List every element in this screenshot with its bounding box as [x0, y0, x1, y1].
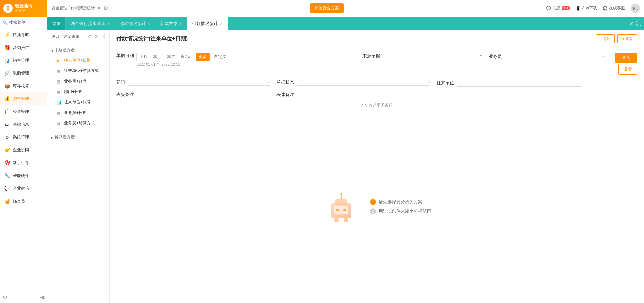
online-service-item[interactable]: 🎧 在线客服	[603, 5, 625, 11]
scheme-icon-6: ▦	[57, 121, 62, 126]
sidebar-item-fund[interactable]: 💰 资金管理	[0, 92, 47, 105]
scheme-icon-2: ▦	[57, 79, 62, 84]
sidebar-item-sales[interactable]: 📊 销售管理	[0, 54, 47, 67]
chevron-down-icon: ▾	[51, 48, 53, 53]
scheme-unit-payment[interactable]: ▦ 往来单位+结算方式	[47, 66, 109, 76]
date-opt-custom[interactable]: 自定义	[211, 53, 229, 61]
messages-item[interactable]: 💬 消息 99+	[546, 5, 570, 11]
sidebar-item-operation[interactable]: 📋 经营管理	[0, 105, 47, 118]
topbar-settings-icon[interactable]: ▾	[98, 5, 100, 11]
tabbar-actions: ✕ ⛶	[626, 21, 644, 27]
filter-row-1: 单据日期 上月 本月 本年 近7天 更多 自定义 2022-01-01 至 20…	[116, 53, 637, 75]
body-note-input[interactable]	[297, 91, 430, 98]
date-options: 上月 本月 本年 近7天 更多 自定义	[137, 53, 229, 61]
topbar-gear-icon[interactable]: ⚙	[103, 5, 108, 11]
date-range: 2022-01-01 至 2022-12-31	[137, 62, 229, 67]
tab-close-cash-flow[interactable]: ✕	[107, 22, 110, 26]
scheme-unit-date[interactable]: ● 往来单位+日期	[47, 55, 109, 66]
sidebar-item-member[interactable]: 👑 畅会员	[0, 195, 47, 208]
staff-dots[interactable]: ···	[602, 54, 608, 60]
refresh-btn[interactable]: ↻ 刷新	[617, 34, 637, 43]
date-opt-this-month[interactable]: 本月	[150, 53, 164, 61]
sidebar-item-purchase[interactable]: 🛒 采购管理	[0, 67, 47, 80]
sidebar-item-quick-nav[interactable]: ⚡ 快捷导航	[0, 28, 47, 41]
collapse-left-panel-icon[interactable]: 《	[100, 34, 105, 40]
partner-dots[interactable]: ···	[584, 80, 590, 86]
date-opt-more[interactable]: 更多	[196, 53, 210, 61]
source-select[interactable]: ▾	[383, 53, 482, 59]
date-opt-this-year[interactable]: 本年	[164, 53, 178, 61]
sidebar-search[interactable]: 🔍 搜索菜单	[0, 17, 47, 28]
filter-row-2: 部门 ▾ 单据状态 ▾ 往来单位	[116, 79, 637, 87]
trial-btn[interactable]: 体验行业方案	[310, 3, 344, 13]
export-btn[interactable]: ↑ 导出	[596, 34, 615, 43]
tab-payment-stats[interactable]: 付款情况统计 ✕	[187, 17, 228, 30]
date-opt-7days[interactable]: 近7天	[178, 53, 194, 61]
doc-status-select[interactable]: ▾	[297, 79, 430, 86]
page-header-actions: ↑ 导出 ↻ 刷新	[596, 34, 637, 43]
scheme-icon-5: ▦	[57, 111, 62, 115]
manage-scheme-icon[interactable]: ⚙	[94, 34, 98, 39]
settings-btn[interactable]: 设置	[618, 64, 637, 75]
tab-close-all-icon[interactable]: ✕	[629, 21, 633, 27]
tab-receipt-stats[interactable]: 收款情况统计 ✕	[115, 17, 155, 30]
left-panel: 按以下方案查询 ⊕ ⚙ 《 ▾ 电脑端方案 ● 往来单位+日期 ▦	[47, 30, 110, 303]
sidebar-item-guide[interactable]: 🎯 新手引导	[0, 156, 47, 169]
date-opt-last-month[interactable]: 上月	[136, 53, 150, 61]
staff-input[interactable]	[504, 53, 599, 60]
sidebar-item-inventory[interactable]: 📦 库存核算	[0, 80, 47, 92]
hint-num-2: 2	[370, 208, 376, 214]
nav-icon-wechat: 💬	[4, 185, 10, 191]
mobile-group-header[interactable]: ▸ 移动端方案	[47, 132, 109, 142]
filter-staff: 业务员 ···	[489, 53, 608, 60]
scheme-staff-payment[interactable]: ▦ 业务员+结算方式	[47, 118, 109, 128]
collapse-btn[interactable]: ∧∧ 收起更多条件	[361, 102, 393, 108]
empty-svg	[323, 193, 360, 223]
desktop-group-header[interactable]: ▾ 电脑端方案	[47, 46, 109, 55]
scheme-staff-date[interactable]: ▦ 业务员+日期	[47, 108, 109, 118]
chevron-right-icon: ▸	[51, 135, 53, 140]
empty-hints: 1 请先选择要分析的方案 2 用过滤条件来缩小分析范围	[370, 199, 431, 218]
sidebar-item-system[interactable]: ⚙ 系统管理	[0, 131, 47, 144]
tab-new-plan[interactable]: 新建方案 ✕	[155, 17, 187, 30]
tab-close-new-plan[interactable]: ✕	[179, 22, 182, 26]
sidebar-item-wechat[interactable]: 💬 企业微信	[0, 182, 47, 195]
collapse-sidebar-icon[interactable]: ◀	[40, 294, 44, 300]
refresh-icon: ↻	[621, 37, 624, 41]
settings-footer-icon[interactable]: ⚙	[3, 294, 7, 300]
header-note-label: 表头备注	[116, 92, 134, 98]
query-btn[interactable]: 查询	[615, 53, 637, 63]
user-avatar[interactable]: Rit	[631, 4, 640, 13]
dept-select-arrow: ▾	[268, 80, 270, 84]
tab-close-payment-stats[interactable]: ✕	[219, 22, 223, 26]
scheme-unit-account[interactable]: 📊 往来单位+账号	[47, 97, 109, 108]
tab-cash-flow[interactable]: 现金银行流水查询 ✕	[66, 17, 115, 30]
tab-close-receipt-stats[interactable]: ✕	[147, 22, 150, 26]
app-download-item[interactable]: 📱 App下载	[576, 5, 597, 11]
partner-input[interactable]	[457, 79, 581, 87]
scheme-icon-3: ▦	[57, 90, 62, 94]
collapse-bar: ∧∧ 收起更多条件	[116, 102, 637, 108]
dept-select[interactable]: ▾	[128, 79, 270, 86]
add-scheme-icon[interactable]: ⊕	[88, 34, 92, 39]
tab-maximize-icon[interactable]: ⛶	[636, 21, 641, 27]
nav-icon-sales: 📊	[4, 57, 10, 63]
scheme-staff-account[interactable]: ▦ 业务员+账号	[47, 76, 109, 87]
sidebar-item-basic[interactable]: 🗂 基础信息	[0, 118, 47, 131]
content-area: 付款情况统计(往来单位+日期) ↑ 导出 ↻ 刷新	[110, 30, 644, 303]
sidebar-footer: ⚙ ◀	[0, 291, 47, 303]
header-note-input[interactable]	[137, 91, 270, 98]
main-area: 资金管理 / 付款情况统计 ▾ ⚙ 体验行业方案 💬 消息 99+ 📱 App下…	[47, 0, 644, 303]
tab-home[interactable]: 首页	[47, 17, 66, 30]
scheme-dept-date[interactable]: ▦ 部门+日期	[47, 87, 109, 97]
nav-icon-enterprise: 🤝	[4, 147, 10, 153]
sidebar-item-enterprise[interactable]: 🤝 企业协同	[0, 144, 47, 156]
svg-rect-4	[335, 199, 347, 205]
nav-icon-fund: 💰	[4, 96, 10, 102]
svg-point-2	[336, 209, 339, 211]
filter-row-3: 表头备注 表体备注	[116, 91, 637, 98]
body-note-label: 表体备注	[276, 92, 294, 98]
sidebar-item-marketing[interactable]: 🎁 营销推广	[0, 41, 47, 54]
sidebar-item-hardware[interactable]: 🔧 智能硬件	[0, 169, 47, 182]
nav-icon-member: 👑	[4, 198, 10, 204]
